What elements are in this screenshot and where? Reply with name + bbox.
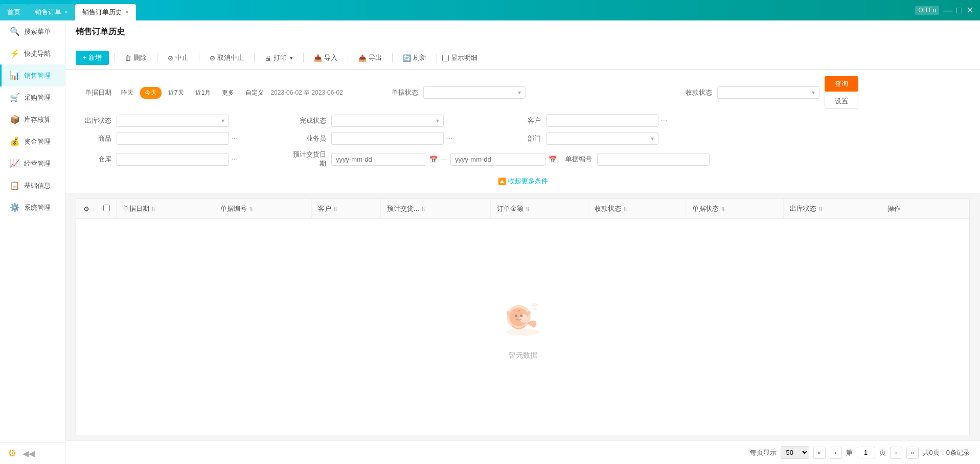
warehouse-input[interactable] xyxy=(117,153,229,166)
product-dots[interactable]: ··· xyxy=(229,134,240,143)
sidebar-item-inventory[interactable]: 📦 库存核算 xyxy=(0,108,65,130)
filter-order-no-col: 单据编号 xyxy=(556,153,970,166)
tab-sales-order-history[interactable]: 销售订单历史 × xyxy=(75,4,136,20)
show-detail-checkbox[interactable]: 显示明细 xyxy=(442,53,477,62)
prev-page-btn[interactable]: ‹ xyxy=(830,447,842,459)
svg-line-8 xyxy=(533,305,537,306)
order-no-label: 单据编号 xyxy=(556,154,597,164)
empty-illustration xyxy=(497,294,549,345)
tab-sales-order-history-close[interactable]: × xyxy=(125,9,129,16)
close-btn[interactable]: ✕ xyxy=(966,5,974,16)
page-title: 销售订单历史 xyxy=(76,27,125,42)
pay-status-select[interactable]: ▾ xyxy=(717,86,819,99)
refresh-btn[interactable]: 🔄 刷新 xyxy=(398,51,431,64)
order-status-select[interactable]: ▾ xyxy=(423,86,526,99)
print-label: 打印 xyxy=(274,53,287,62)
th-amount: 订单金额⇅ xyxy=(490,199,588,219)
collapse-row[interactable]: 🔼 收起更多条件 xyxy=(76,173,970,187)
calendar-to-icon[interactable]: 📅 xyxy=(549,156,557,163)
refresh-label: 刷新 xyxy=(413,53,426,62)
th-out-status: 出库状态⇅ xyxy=(783,199,881,219)
delivery-date-from[interactable] xyxy=(331,153,426,166)
per-page-select[interactable]: 50 10 20 100 xyxy=(781,446,809,459)
sidebar-item-basic-info[interactable]: 📋 基础信息 xyxy=(0,174,65,196)
filter-pay-status-col: 收款状态 ▾ 查询 设置 xyxy=(676,76,970,109)
product-label: 商品 xyxy=(76,134,117,143)
stop-icon: ⊘ xyxy=(168,54,173,62)
sidebar-item-search-menu[interactable]: 🔍 搜索菜单 xyxy=(0,20,65,42)
order-no-input[interactable] xyxy=(597,153,710,166)
query-btn[interactable]: 查询 xyxy=(825,76,858,92)
purchase-mgmt-icon: 🛒 xyxy=(10,93,20,102)
th-check[interactable] xyxy=(97,199,116,219)
date-tab-yesterday[interactable]: 昨天 xyxy=(117,87,138,99)
stop-btn[interactable]: ⊘ 中止 xyxy=(163,51,194,64)
toolbar-divider-2 xyxy=(157,53,157,62)
tab-sales-order-close[interactable]: × xyxy=(64,9,68,16)
collapse-label: 收起更多条件 xyxy=(508,176,548,186)
new-btn[interactable]: + 新增 xyxy=(76,51,109,65)
sidebar-item-operations[interactable]: 📈 经营管理 xyxy=(0,152,65,174)
system-icon: ⚙️ xyxy=(10,203,20,212)
tab-home[interactable]: 首页 xyxy=(0,4,28,20)
salesman-dots[interactable]: ··· xyxy=(444,134,454,143)
filter-delivery-date-col: 预计交货日期 📅 — 📅 xyxy=(290,150,556,168)
delivery-date-to[interactable] xyxy=(450,153,545,166)
calendar-from-icon[interactable]: 📅 xyxy=(429,156,438,163)
last-page-btn[interactable]: » xyxy=(906,447,919,459)
th-gear[interactable]: ⚙ xyxy=(76,199,97,219)
collapse-sidebar-icon[interactable]: ◀◀ xyxy=(22,449,35,458)
maximize-btn[interactable]: □ xyxy=(956,5,962,16)
out-status-select[interactable]: ▾ xyxy=(117,115,229,127)
th-pay-status: 收款状态⇅ xyxy=(588,199,686,219)
date-tab-today[interactable]: 今天 xyxy=(140,87,162,99)
th-order-status: 单据状态⇅ xyxy=(686,199,783,219)
tab-sales-order[interactable]: 销售订单 × xyxy=(28,4,75,20)
sidebar-label-inventory: 库存核算 xyxy=(24,115,51,124)
toolbar-divider-8 xyxy=(437,53,437,62)
customer-input[interactable] xyxy=(546,114,658,127)
minimize-btn[interactable]: — xyxy=(943,5,952,16)
date-tab-more[interactable]: 更多 xyxy=(217,87,239,99)
finish-status-select[interactable]: ▾ xyxy=(331,115,444,127)
next-page-btn[interactable]: › xyxy=(890,447,902,459)
toolbar-divider-7 xyxy=(392,53,393,62)
page-input[interactable] xyxy=(857,447,875,458)
delete-btn[interactable]: 🗑 删除 xyxy=(120,51,152,64)
dept-select[interactable]: ▾ xyxy=(546,132,658,145)
sidebar-item-quick-nav[interactable]: ⚡ 快捷导航 xyxy=(0,42,65,64)
export-btn[interactable]: 📤 导出 xyxy=(353,51,387,64)
settings-btn[interactable]: 设置 xyxy=(825,94,858,109)
warehouse-dots[interactable]: ··· xyxy=(229,154,240,164)
sidebar-item-system[interactable]: ⚙️ 系统管理 xyxy=(0,196,65,218)
customer-dots[interactable]: ··· xyxy=(658,116,669,125)
sidebar-item-finance[interactable]: 💰 资金管理 xyxy=(0,130,65,152)
cancel-stop-btn[interactable]: ⊘ 取消中止 xyxy=(204,51,249,64)
sidebar-item-sales-mgmt[interactable]: 📊 销售管理 xyxy=(0,64,65,86)
date-tab-1month[interactable]: 近1月 xyxy=(191,87,216,99)
print-btn[interactable]: 🖨 打印 xyxy=(260,51,298,64)
sidebar-item-purchase-mgmt[interactable]: 🛒 采购管理 xyxy=(0,86,65,108)
product-input[interactable] xyxy=(117,132,229,145)
settings-bottom-icon[interactable]: ⚙ xyxy=(8,448,16,459)
quick-nav-icon: ⚡ xyxy=(10,49,20,58)
svg-line-7 xyxy=(531,303,535,306)
salesman-input[interactable] xyxy=(331,132,444,145)
show-detail-input[interactable] xyxy=(442,55,449,61)
date-tab-custom[interactable]: 自定义 xyxy=(241,87,268,99)
filter-finish-status-col: 完成状态 ▾ xyxy=(290,115,505,127)
delivery-date-label: 预计交货日期 xyxy=(290,150,331,168)
top-bar: 首页 销售订单 × 销售订单历史 × OfTEn — □ ✕ xyxy=(0,0,980,20)
sales-mgmt-icon: 📊 xyxy=(10,71,20,80)
filter-row-4: 仓库 ··· 预计交货日期 📅 — 📅 单据编号 xyxy=(76,150,970,168)
finance-icon: 💰 xyxy=(10,137,20,146)
basic-info-icon: 📋 xyxy=(10,181,20,190)
first-page-btn[interactable]: « xyxy=(813,447,826,459)
cancel-stop-icon: ⊘ xyxy=(210,54,215,62)
out-status-label: 出库状态 xyxy=(76,116,117,125)
import-icon: 📥 xyxy=(314,54,322,62)
select-all-checkbox[interactable] xyxy=(103,205,110,211)
date-tab-7days[interactable]: 近7天 xyxy=(164,87,189,99)
sidebar: 🔍 搜索菜单 ⚡ 快捷导航 📊 销售管理 🛒 采购管理 📦 库存核算 💰 资金管… xyxy=(0,20,65,464)
import-btn[interactable]: 📥 导入 xyxy=(309,51,343,64)
